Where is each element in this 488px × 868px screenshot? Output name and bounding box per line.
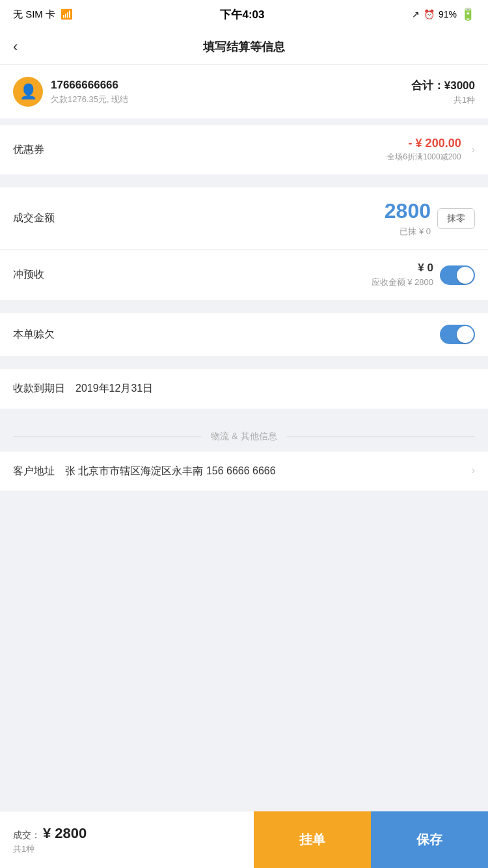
prepay-amount: ¥ 0 [372,262,433,275]
address-chevron-icon: › [472,463,475,476]
credit-row: 本单赊欠 [0,313,488,356]
credit-right [440,325,475,344]
address-row[interactable]: 客户地址 张 北京市市辖区海淀区永丰南 156 6666 6666 › [0,452,488,491]
prepayment-toggle[interactable] [440,265,475,285]
divider-line-right [286,437,475,437]
credit-section: 本单赊欠 [0,313,488,356]
status-time: 下午4:03 [220,7,264,22]
wifi-icon: 📶 [61,8,73,20]
customer-card: 👤 17666666666 欠款1276.35元, 现结 合计：¥3000 共1… [0,65,488,118]
alarm-icon: ⏰ [424,9,435,20]
transaction-section: 成交金额 2800 已抹 ¥ 0 抹零 冲预收 ¥ 0 应收金额 ¥ 2800 [0,187,488,300]
round-button[interactable]: 抹零 [437,208,475,229]
transaction-row: 成交金额 2800 已抹 ¥ 0 抹零 [0,187,488,250]
due-date-value: 2019年12月31日 [75,382,153,396]
gray-bg [0,497,488,627]
coupon-section: 优惠券 - ¥ 200.00 全场6折满1000减200 › [0,125,488,174]
customer-right: 合计：¥3000 共1种 [411,78,475,106]
transaction-label: 成交金额 [13,211,55,225]
page-title: 填写结算等信息 [203,39,285,55]
divider-1 [0,181,488,187]
amount-sub: 已抹 ¥ 0 [385,226,431,237]
coupon-label: 优惠券 [13,143,44,157]
coupon-desc: 全场6折满1000减200 [387,152,461,163]
bottom-amount: ¥ 2800 [43,825,87,842]
prepayment-row: 冲预收 ¥ 0 应收金额 ¥ 2800 [0,250,488,300]
nav-bar: ‹ 填写结算等信息 [0,29,488,65]
bottom-info: 成交： ¥ 2800 共1种 [0,825,254,855]
status-bar: 无 SIM 卡 📶 下午4:03 ↗ ⏰ 91% 🔋 [0,0,488,29]
content: 👤 17666666666 欠款1276.35元, 现结 合计：¥3000 共1… [0,65,488,692]
status-right: ↗ ⏰ 91% 🔋 [412,7,475,21]
credit-toggle[interactable] [440,325,475,344]
divider-2 [0,306,488,313]
avatar-icon: 👤 [20,83,37,100]
total-count: 共1种 [411,94,475,106]
coupon-chevron-icon: › [472,144,475,156]
due-date-section: 收款到期日 2019年12月31日 [0,369,488,409]
avatar: 👤 [13,77,43,107]
total-amount: 合计：¥3000 [411,78,475,93]
prepay-col: ¥ 0 应收金额 ¥ 2800 [372,262,433,288]
credit-label: 本单赊欠 [13,328,55,342]
customer-info: 17666666666 欠款1276.35元, 现结 [51,79,128,105]
due-date-row: 收款到期日 2019年12月31日 [0,369,488,409]
divider-3 [0,362,488,369]
sim-status: 无 SIM 卡 [13,8,55,21]
toggle-knob [457,267,474,284]
address-section: 客户地址 张 北京市市辖区海淀区永丰南 156 6666 6666 › [0,452,488,491]
divider-line-left [13,437,202,437]
bottom-bar: 成交： ¥ 2800 共1种 挂单 保存 [0,811,488,868]
prepayment-right: ¥ 0 应收金额 ¥ 2800 [372,262,475,288]
bottom-count: 共1种 [13,843,241,855]
logistics-label: 物流 & 其他信息 [202,431,286,442]
customer-debt: 欠款1276.35元, 现结 [51,94,128,105]
battery-icon: 🔋 [461,7,475,21]
status-left: 无 SIM 卡 📶 [13,8,73,21]
location-icon: ↗ [412,9,420,20]
amount-col: 2800 已抹 ¥ 0 [385,199,431,237]
divider-4 [0,415,488,422]
customer-phone: 17666666666 [51,79,128,92]
prepay-sub: 应收金额 ¥ 2800 [372,277,433,288]
hang-button[interactable]: 挂单 [254,811,371,869]
address-label: 客户地址 [13,463,55,478]
due-date-label: 收款到期日 [13,382,65,396]
amount-value: 2800 [385,199,431,223]
prepayment-label: 冲预收 [13,268,44,282]
address-value: 张 北京市市辖区海淀区永丰南 156 6666 6666 [65,463,468,479]
logistics-section-divider: 物流 & 其他信息 [0,422,488,452]
bottom-deal-label: 成交： [13,830,40,841]
customer-left: 👤 17666666666 欠款1276.35元, 现结 [13,77,128,107]
transaction-right: 2800 已抹 ¥ 0 抹零 [385,199,475,237]
battery-text: 91% [439,9,457,20]
coupon-amount: - ¥ 200.00 [387,137,461,150]
coupon-row[interactable]: 优惠券 - ¥ 200.00 全场6折满1000减200 › [0,125,488,174]
coupon-right: - ¥ 200.00 全场6折满1000减200 [387,137,461,163]
back-button[interactable]: ‹ [13,38,18,55]
coupon-right-area: - ¥ 200.00 全场6折满1000减200 › [387,137,475,163]
credit-toggle-knob [457,326,474,343]
save-button[interactable]: 保存 [371,811,488,869]
